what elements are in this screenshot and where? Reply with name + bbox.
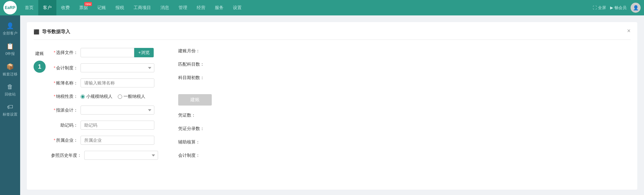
avatar[interactable]: 👤 [631,3,641,13]
voucher-entries-row: 凭证分录数： [178,126,245,132]
nav-item-settings[interactable]: 设置 [228,0,246,15]
nav-items: 首页 客户 收费 票据 new 记账 报税 工商项目 消息 管理 经营 服务 设… [20,0,593,15]
recycle-bin-icon: 🗑 [7,83,13,90]
memo-code-row: 助记码： [51,121,158,130]
memo-code-input[interactable] [81,121,154,130]
voucher-count-label: 凭证数： [178,112,208,118]
assigned-accountant-select[interactable] [81,106,154,115]
match-subjects-row: 匹配科目数： [178,61,245,67]
accounting-system-label: *会计制度： [51,65,78,71]
nav-item-invoices[interactable]: 票据 new [75,0,93,15]
accounting-system-row: *会计制度： [51,63,158,72]
subject-initial-label: 科目期初数： [178,75,208,81]
history-year-label: 参照历史年度： [51,152,82,158]
voucher-entries-label: 凭证分录数： [178,126,208,132]
close-button[interactable]: × [627,27,631,35]
left-section: 建账 1 *选择文件： +浏览 [34,48,158,166]
history-year-row: 参照历史年度： [51,151,158,160]
nav-item-fees[interactable]: 收费 [56,0,75,15]
tax-type-label: *纳税性质： [51,93,78,100]
company-label: *所属企业： [51,137,78,143]
browse-button[interactable]: +浏览 [134,48,154,57]
fullscreen-label: 全屏 [598,5,606,11]
nav-item-management[interactable]: 管理 [174,0,192,15]
ledger-name-row: *账簿名称： [51,78,158,87]
company-row: *所属企业： [51,136,158,145]
nav-item-messages[interactable]: 消息 [156,0,174,15]
aux-accounting-label: 辅助核算： [178,139,208,145]
form-fields: *选择文件： +浏览 *会计制度： [51,48,158,166]
nav-item-operations[interactable]: 经营 [192,0,210,15]
sidebar-item-zero-declaration[interactable]: 📋 0申报 [0,39,20,60]
dialog-container: ⬛ 导爷数据导入 × 建账 1 *选择文件： [27,22,637,190]
step-section: 建账 1 [34,51,46,73]
info-accounting-system-row: 会计制度： [178,152,245,158]
ledger-name-label: *账簿名称： [51,80,78,86]
sidebar-item-label: 回收站 [5,92,16,97]
ledger-name-input[interactable] [81,78,154,87]
sidebar-item-account-migration[interactable]: 📦 账套迁移 [0,60,20,80]
sidebar-item-label: 标签设置 [3,112,17,117]
match-subjects-label: 匹配科目数： [178,61,208,67]
company-input[interactable] [81,136,154,145]
memo-code-label: 助记码： [51,122,78,128]
zero-declaration-icon: 📋 [6,43,14,50]
account-month-label: 建账月份： [178,48,208,54]
fullscreen-button[interactable]: ⛶ 全屏 [593,5,606,11]
top-navigation: EaRP 首页 客户 收费 票据 new 记账 报税 工商项目 消息 管理 经营… [0,0,644,15]
step-circle: 1 [34,61,46,73]
history-year-select[interactable] [84,151,158,160]
subject-initial-row: 科目期初数： [178,75,245,81]
nav-right: ⛶ 全屏 ▶ 畅会员 👤 [593,3,641,13]
info-accounting-system-label: 会计制度： [178,152,208,158]
build-button-area: 建账 [178,94,245,106]
nav-item-services[interactable]: 服务 [210,0,228,15]
new-badge: new [84,2,92,6]
file-input[interactable] [81,48,134,57]
fullscreen-icon: ⛶ [593,5,597,10]
tax-type-radio-group: 小规模纳税人 一般纳税人 [81,93,145,100]
all-customers-icon: 👤 [6,22,14,29]
nav-item-home[interactable]: 首页 [20,0,38,15]
tax-type-row: *纳税性质： 小规模纳税人 一般纳税人 [51,93,158,100]
account-migration-icon: 📦 [6,63,14,70]
nav-item-tax[interactable]: 报税 [111,0,129,15]
sidebar-item-all-customers[interactable]: 👤 全部客户 [0,19,20,39]
sidebar-item-label: 账套迁移 [3,72,17,77]
aux-accounting-row: 辅助核算： [178,139,245,145]
build-account-button[interactable]: 建账 [178,94,212,106]
dialog-title: 导爷数据导入 [42,29,70,35]
assigned-accountant-label: *指派会计： [51,107,78,113]
file-label: *选择文件： [51,50,78,56]
info-panel: 建账月份： 匹配科目数： 科目期初数： 建账 凭证数： [178,48,245,166]
file-row: *选择文件： +浏览 [51,48,158,57]
tag-settings-icon: 🏷 [7,104,13,111]
tax-small-radio[interactable]: 小规模纳税人 [81,93,112,100]
member-icon: ▶ [610,5,613,10]
import-icon: ⬛ [34,29,39,35]
assigned-accountant-row: *指派会计： [51,106,158,115]
tax-general-radio[interactable]: 一般纳税人 [118,93,145,100]
main-content: ⬛ 导爷数据导入 × 建账 1 *选择文件： [20,15,644,195]
sidebar-item-recycle-bin[interactable]: 🗑 回收站 [0,80,20,100]
member-label: 畅会员 [614,5,627,11]
logo-text: EaRP [5,5,15,10]
nav-item-customers[interactable]: 客户 [38,0,56,15]
sidebar-item-tag-settings[interactable]: 🏷 标签设置 [0,100,20,120]
step-label: 建账 [35,51,44,57]
dialog-header: ⬛ 导爷数据导入 [34,29,631,40]
member-button[interactable]: ▶ 畅会员 [610,5,627,11]
form-layout: 建账 1 *选择文件： +浏览 [34,48,631,166]
logo[interactable]: EaRP [3,1,17,14]
sidebar-item-label: 0申报 [5,51,15,56]
voucher-count-row: 凭证数： [178,112,245,118]
nav-item-bookkeeping[interactable]: 记账 [93,0,111,15]
sidebar-item-label: 全部客户 [3,31,17,36]
account-month-row: 建账月份： [178,48,245,54]
file-input-group: +浏览 [81,48,154,57]
sidebar: 👤 全部客户 📋 0申报 📦 账套迁移 🗑 回收站 🏷 标签设置 [0,15,20,195]
nav-item-business[interactable]: 工商项目 [129,0,156,15]
accounting-system-select[interactable] [81,63,154,72]
